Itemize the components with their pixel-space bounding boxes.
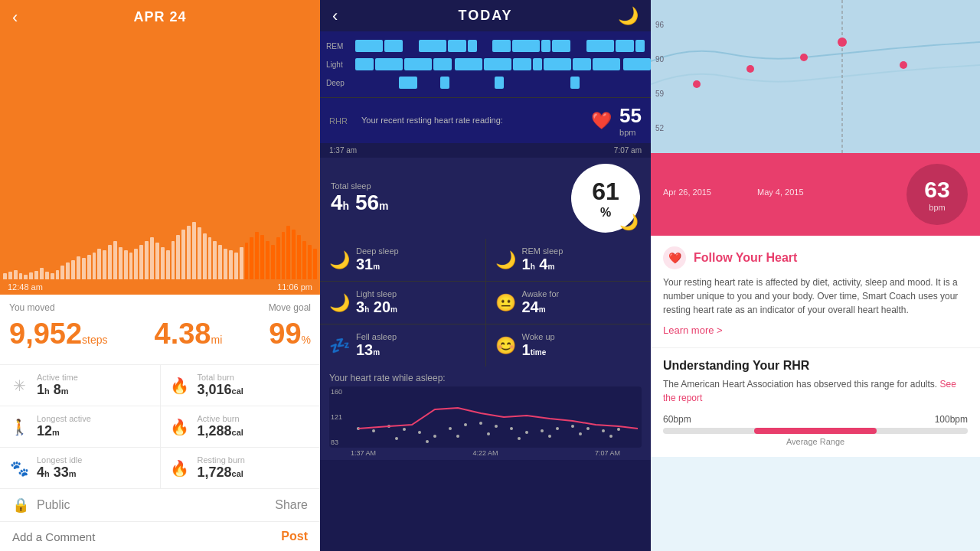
svg-point-7	[464, 423, 467, 426]
share-label[interactable]: Share	[275, 498, 308, 512]
distance: 4.38mi	[155, 318, 223, 350]
svg-point-8	[479, 422, 482, 425]
activity-bar	[29, 272, 33, 279]
hr-y-label: 160	[331, 388, 342, 396]
bpm-range-bar	[663, 428, 968, 434]
learn-more-link[interactable]: Learn more >	[663, 324, 723, 336]
activity-bar	[271, 245, 275, 279]
stage-bar	[623, 58, 651, 70]
metric-cell-active-burn: 🔥 Active burn 1,288cal	[161, 406, 321, 447]
sleep-cell-icon: 💤	[329, 336, 350, 356]
activity-bar	[14, 270, 18, 279]
svg-point-23	[548, 435, 551, 438]
sleep-cell-value: 3h 20m	[356, 298, 397, 316]
activity-bar	[103, 250, 106, 279]
sleep-cell-value: 1h 4m	[522, 256, 564, 273]
stage-bar	[440, 77, 449, 89]
stage-bar	[513, 58, 531, 70]
right-y-labels: 96905952	[655, 0, 664, 153]
hr-x-label: 1:37 AM	[351, 449, 376, 457]
svg-point-24	[579, 432, 582, 435]
back-button[interactable]: ‹	[12, 8, 18, 28]
time-range: 12:48 am 11:06 pm	[0, 279, 320, 295]
public-share-bar[interactable]: 🔒 Public Share	[0, 488, 320, 521]
activity-bar	[56, 270, 60, 279]
activity-bar	[129, 253, 133, 279]
activity-bar	[192, 222, 196, 279]
hr-y-label: 121	[331, 413, 342, 421]
sleep-cell-label: Deep sleep	[356, 246, 399, 256]
stage-bar	[552, 40, 570, 52]
sleep-cell-fell-asleep: 💤 Fell asleep 13m	[320, 324, 485, 367]
svg-point-3	[403, 428, 406, 431]
hr-y-label: 83	[331, 439, 342, 446]
understand-rhr-title: Understanding Your RHR	[663, 359, 968, 373]
sleep-time-to: 7:07 am	[614, 146, 642, 155]
sleep-time-from: 1:37 am	[329, 146, 357, 155]
metric-cell-total-burn: 🔥 Total burn 3,016cal	[161, 365, 321, 406]
stage-bar	[484, 58, 511, 70]
activity-bar	[213, 241, 217, 279]
svg-point-9	[495, 425, 498, 428]
stage-bar	[533, 58, 542, 70]
activity-bar	[97, 249, 101, 279]
activity-bar	[40, 268, 44, 279]
activity-bar	[208, 237, 212, 279]
activity-bar	[82, 258, 86, 279]
svg-point-15	[586, 427, 590, 430]
follow-heart-header: ❤️ Follow Your Heart	[663, 246, 968, 269]
metric-icon-active-burn: 🔥	[168, 418, 191, 436]
activity-bar	[172, 241, 175, 279]
activity-bar	[87, 255, 91, 279]
follow-heart-section: ❤️ Follow Your Heart Your resting heart …	[651, 236, 980, 348]
time-start: 12:48 am	[8, 282, 43, 292]
sleep-stage-row: Light	[320, 56, 651, 73]
svg-point-1	[372, 429, 375, 432]
metric-info-active-burn: Active burn 1,288cal	[198, 414, 243, 439]
bpm-high-label: 100bpm	[935, 414, 968, 425]
stage-bar	[635, 40, 645, 52]
hr-x-label: 4:22 AM	[472, 449, 498, 457]
mid-back-button[interactable]: ‹	[332, 6, 338, 26]
metric-info-longest-idle: Longest idle 4h 33m	[37, 455, 82, 481]
svg-point-27	[693, 80, 701, 88]
total-sleep-label: Total sleep	[331, 181, 389, 191]
metric-cell-longest-active: 🚶 Longest active 12m	[0, 406, 160, 447]
avg-range-label: Average Range	[663, 437, 968, 446]
sleep-cell-info: Awake for 24m	[522, 289, 560, 316]
activity-bar	[93, 253, 96, 279]
sleep-score-number: 61	[592, 178, 619, 206]
comment-input[interactable]	[12, 530, 273, 543]
activity-bar	[266, 241, 270, 279]
sleep-cell-info: Fell asleep 13m	[356, 332, 397, 359]
metric-value: 3,016cal	[198, 382, 243, 398]
metric-label: Active time	[37, 373, 78, 382]
sleep-cell-label: Woke up	[522, 332, 555, 341]
activity-bar	[255, 232, 259, 279]
sleep-cell-label: Fell asleep	[356, 332, 397, 341]
sleep-cell-info: Light sleep 3h 20m	[356, 289, 397, 316]
metric-value: 1,728cal	[198, 465, 245, 481]
metric-cell-resting-burn: 🔥 Resting burn 1,728cal	[161, 448, 321, 488]
rhr-label: RHR	[329, 116, 354, 126]
svg-point-10	[510, 427, 513, 430]
activity-bar	[139, 245, 143, 279]
stage-bar	[384, 40, 403, 52]
sleep-cell-rem-sleep: 🌙 REM sleep 1h 4m	[486, 239, 652, 281]
activity-bar	[250, 237, 253, 279]
time-end: 11:06 pm	[277, 282, 312, 292]
sleep-cell-value: 31m	[356, 256, 399, 273]
rhr-bpm-display: 55 bpm	[619, 104, 642, 137]
left-header: ‹ APR 24	[0, 0, 320, 34]
svg-point-31	[900, 61, 907, 69]
sleep-cell-deep-sleep: 🌙 Deep sleep 31m	[320, 239, 485, 281]
rhr-date-row: Apr 26, 2015 May 4, 2015	[663, 187, 804, 197]
stage-bar	[616, 40, 634, 52]
rhr-reading-text: Your recent resting heart rate reading:	[361, 115, 583, 126]
rhr-bpm-value: 55	[619, 104, 642, 127]
sleep-score-pct: %	[600, 206, 611, 220]
post-button[interactable]: Post	[281, 530, 308, 543]
sleep-stage-row: Deep	[320, 74, 651, 91]
activity-bar	[234, 253, 238, 279]
sleep-cell-light-sleep: 🌙 Light sleep 3h 20m	[320, 282, 485, 324]
